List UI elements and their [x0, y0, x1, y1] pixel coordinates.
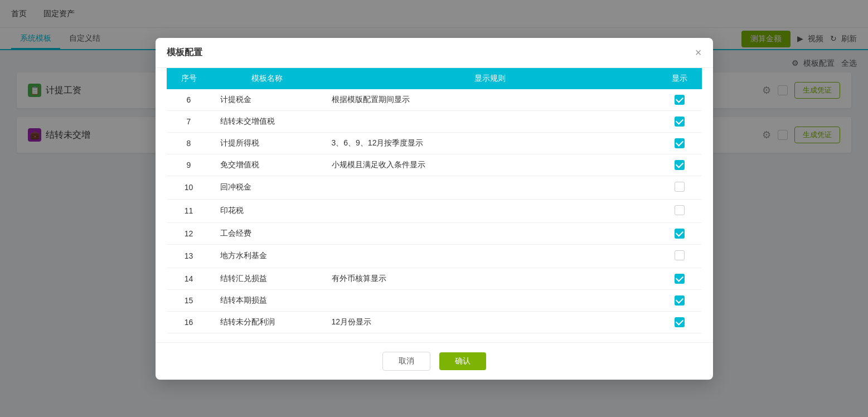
row-rule: 根据模版配置期间显示 — [323, 89, 657, 111]
row-checkbox[interactable] — [675, 138, 685, 148]
dialog-close-button[interactable]: × — [695, 47, 702, 58]
row-index: 11 — [167, 199, 211, 222]
row-name: 工会经费 — [211, 222, 323, 244]
table-row: 7结转未交增值税 — [167, 110, 702, 132]
row-display — [657, 289, 702, 311]
table-body: 6计提税金根据模版配置期间显示7结转未交增值税8计提所得税3、6、9、12月按季… — [167, 89, 702, 333]
row-index: 8 — [167, 132, 211, 154]
row-checkbox[interactable] — [675, 182, 685, 192]
table-row: 15结转本期损益 — [167, 289, 702, 311]
table-row: 8计提所得税3、6、9、12月按季度显示 — [167, 132, 702, 154]
table-row: 6计提税金根据模版配置期间显示 — [167, 89, 702, 111]
row-index: 10 — [167, 176, 211, 199]
row-name: 结转汇兑损益 — [211, 268, 323, 289]
row-index: 7 — [167, 110, 211, 132]
row-checkbox[interactable] — [675, 317, 685, 327]
col-header-name: 模板名称 — [211, 68, 323, 89]
row-index: 9 — [167, 154, 211, 176]
row-rule — [323, 176, 657, 199]
row-rule — [323, 244, 657, 268]
table-row: 9免交增值税小规模且满足收入条件显示 — [167, 154, 702, 176]
row-checkbox[interactable] — [675, 250, 685, 260]
row-checkbox[interactable] — [675, 117, 685, 127]
row-checkbox[interactable] — [675, 274, 685, 284]
row-name: 计提所得税 — [211, 132, 323, 154]
row-rule — [323, 110, 657, 132]
row-rule — [323, 222, 657, 244]
row-rule: 有外币核算显示 — [323, 268, 657, 289]
row-name: 印花税 — [211, 199, 323, 222]
row-display — [657, 268, 702, 289]
row-name: 计提税金 — [211, 89, 323, 111]
row-display — [657, 132, 702, 154]
col-header-index: 序号 — [167, 68, 211, 89]
row-checkbox[interactable] — [675, 229, 685, 239]
row-display — [657, 110, 702, 132]
row-rule — [323, 289, 657, 311]
row-index: 12 — [167, 222, 211, 244]
dialog-header: 模板配置 × — [156, 38, 713, 68]
row-display — [657, 222, 702, 244]
row-index: 16 — [167, 311, 211, 333]
row-name: 地方水利基金 — [211, 244, 323, 268]
row-index: 6 — [167, 89, 211, 111]
row-rule — [323, 199, 657, 222]
row-name: 免交增值税 — [211, 154, 323, 176]
row-checkbox[interactable] — [675, 95, 685, 105]
table-row: 10回冲税金 — [167, 176, 702, 199]
table-row: 14结转汇兑损益有外币核算显示 — [167, 268, 702, 289]
row-index: 14 — [167, 268, 211, 289]
row-checkbox[interactable] — [675, 160, 685, 170]
dialog-title: 模板配置 — [167, 47, 202, 59]
table-header-row: 序号 模板名称 显示规则 显示 — [167, 68, 702, 89]
row-display — [657, 311, 702, 333]
row-name: 结转本期损益 — [211, 289, 323, 311]
table-row: 16结转未分配利润12月份显示 — [167, 311, 702, 333]
row-display — [657, 244, 702, 268]
row-display — [657, 199, 702, 222]
table-row: 13地方水利基金 — [167, 244, 702, 268]
row-rule: 12月份显示 — [323, 311, 657, 333]
config-table: 序号 模板名称 显示规则 显示 6计提税金根据模版配置期间显示7结转未交增值税8… — [167, 68, 702, 333]
row-display — [657, 176, 702, 199]
row-name: 结转未分配利润 — [211, 311, 323, 333]
row-rule: 3、6、9、12月按季度显示 — [323, 132, 657, 154]
dialog-body: 序号 模板名称 显示规则 显示 6计提税金根据模版配置期间显示7结转未交增值税8… — [156, 68, 713, 342]
col-header-display: 显示 — [657, 68, 702, 89]
overlay: 模板配置 × 序号 模板名称 显示规则 显示 6计提税金根据模版配置期间显示7结… — [0, 0, 868, 417]
dialog: 模板配置 × 序号 模板名称 显示规则 显示 6计提税金根据模版配置期间显示7结… — [156, 38, 713, 380]
table-row: 11印花税 — [167, 199, 702, 222]
row-name: 结转未交增值税 — [211, 110, 323, 132]
confirm-button[interactable]: 确认 — [439, 352, 486, 370]
table-row: 12工会经费 — [167, 222, 702, 244]
row-display — [657, 89, 702, 111]
row-checkbox[interactable] — [675, 295, 685, 306]
row-name: 回冲税金 — [211, 176, 323, 199]
row-display — [657, 154, 702, 176]
row-rule: 小规模且满足收入条件显示 — [323, 154, 657, 176]
dialog-footer: 取消 确认 — [156, 342, 713, 380]
row-index: 13 — [167, 244, 211, 268]
row-index: 15 — [167, 289, 211, 311]
cancel-button[interactable]: 取消 — [382, 352, 430, 371]
col-header-rule: 显示规则 — [323, 68, 657, 89]
row-checkbox[interactable] — [675, 205, 685, 215]
